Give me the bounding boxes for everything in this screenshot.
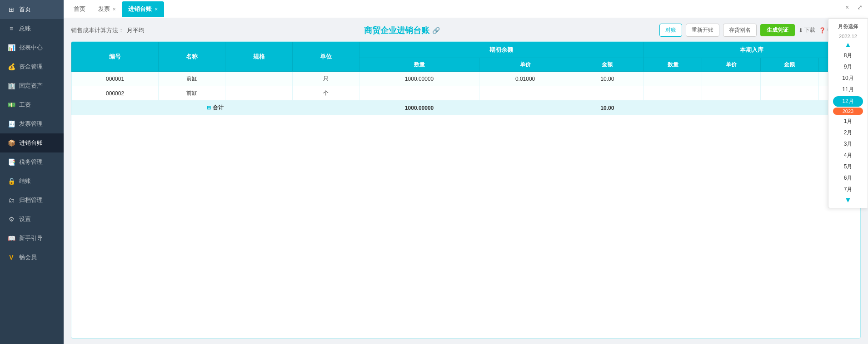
total-opening-qty: 1000.00000 bbox=[359, 101, 479, 115]
sidebar-item-label: 进销台账 bbox=[19, 139, 43, 147]
total-in-qty bbox=[644, 101, 702, 115]
tab-invoice-close[interactable]: × bbox=[113, 6, 115, 12]
month-5[interactable]: 5月 bbox=[828, 161, 868, 172]
sidebar-item-label: 首页 bbox=[19, 5, 31, 14]
vip-icon: V bbox=[7, 254, 15, 261]
tab-invoice[interactable]: 发票 × bbox=[92, 1, 122, 17]
month-9[interactable]: 9月 bbox=[828, 61, 868, 73]
inventory-icon: 📦 bbox=[7, 139, 15, 147]
month-nav-up[interactable]: ▲ bbox=[828, 40, 868, 50]
total-label-text: 合计 bbox=[213, 104, 224, 112]
sidebar-item-label: 新手引导 bbox=[19, 234, 43, 242]
cost-method: 销售成本计算方法： 月平均 bbox=[71, 26, 145, 34]
col-spec-header: 规格 bbox=[225, 42, 292, 72]
row1-opening-price: 0.01000 bbox=[479, 72, 571, 86]
table-row[interactable]: 000002 前缸 个 bbox=[72, 86, 860, 101]
sidebar-item-vip[interactable]: V 畅会员 bbox=[0, 248, 64, 267]
archive-icon: 🗂 bbox=[7, 197, 15, 204]
sidebar-item-invoice-mgmt[interactable]: 🧾 发票管理 bbox=[0, 114, 64, 133]
main-area: 首页 发票 × 进销台账 × × ⤢ 销售成本计算方法： 月平均 商贸企业进销台… bbox=[64, 0, 868, 344]
sidebar-item-inventory[interactable]: 📦 进销台账 bbox=[0, 133, 64, 152]
inventory-table: 编号 名称 规格 单位 期初余额 本期入库 数量 单价 金额 数量 单价 金额 bbox=[71, 42, 860, 115]
sidebar-item-label: 税务管理 bbox=[19, 158, 43, 166]
reports-icon: 📊 bbox=[7, 44, 15, 51]
save-name-button[interactable]: 存货别名 bbox=[723, 24, 757, 37]
tab-bar: 首页 发票 × 进销台账 × × ⤢ bbox=[64, 0, 868, 18]
month-2[interactable]: 2月 bbox=[828, 127, 868, 138]
row1-spec bbox=[225, 72, 292, 86]
row2-opening-price bbox=[479, 86, 571, 101]
tax-icon: 📑 bbox=[7, 158, 15, 166]
tab-inventory[interactable]: 进销台账 × bbox=[122, 1, 164, 17]
tab-home[interactable]: 首页 bbox=[67, 1, 92, 17]
row1-name: 前缸 bbox=[159, 72, 225, 86]
total-label-cell: ⊞ 合计 bbox=[72, 101, 359, 115]
sidebar-item-payroll[interactable]: 💵 工资 bbox=[0, 95, 64, 114]
generate-voucher-button[interactable]: 生成凭证 bbox=[760, 24, 795, 36]
content-area: 销售成本计算方法： 月平均 商贸企业进销台账 🔗 对账 重新开账 存货别名 生成… bbox=[64, 18, 868, 344]
sidebar-item-label: 畅会员 bbox=[19, 253, 37, 261]
sidebar-item-settings[interactable]: ⚙ 设置 bbox=[0, 210, 64, 229]
in-price-header: 单价 bbox=[702, 58, 760, 72]
guide-icon: 📖 bbox=[7, 235, 15, 242]
download-link[interactable]: ⬇ 下载 bbox=[798, 26, 815, 34]
month-10[interactable]: 10月 bbox=[828, 73, 868, 84]
page-title: 商贸企业进销台账 🔗 bbox=[364, 25, 440, 36]
maximize-window-button[interactable]: ⤢ bbox=[855, 3, 864, 12]
reconcile-button[interactable]: 对账 bbox=[659, 24, 682, 37]
month-12[interactable]: 12月 bbox=[833, 96, 863, 107]
row2-name: 前缸 bbox=[159, 86, 225, 101]
month-1[interactable]: 1月 bbox=[828, 116, 868, 127]
close-window-button[interactable]: × bbox=[843, 3, 852, 12]
sidebar-item-guide[interactable]: 📖 新手引导 bbox=[0, 229, 64, 248]
col-unit-header: 单位 bbox=[292, 42, 359, 72]
sidebar-item-tax[interactable]: 📑 税务管理 bbox=[0, 152, 64, 172]
funds-icon: 💰 bbox=[7, 63, 15, 70]
sidebar-item-funds[interactable]: 💰 资金管理 bbox=[0, 57, 64, 76]
sidebar-item-label: 报表中心 bbox=[19, 44, 43, 52]
sidebar-item-archive[interactable]: 🗂 归档管理 bbox=[0, 191, 64, 210]
row2-opening-amount bbox=[571, 86, 644, 101]
month-3[interactable]: 3月 bbox=[828, 138, 868, 150]
tab-inventory-close[interactable]: × bbox=[155, 6, 157, 12]
total-in-amount bbox=[760, 101, 818, 115]
month-nav-down[interactable]: ▼ bbox=[828, 195, 868, 205]
tab-invoice-label: 发票 bbox=[98, 5, 110, 13]
opening-price-header: 单价 bbox=[479, 58, 571, 72]
invoice-icon: 🧾 bbox=[7, 120, 15, 128]
sidebar-item-label: 资金管理 bbox=[19, 63, 43, 71]
month-4[interactable]: 4月 bbox=[828, 150, 868, 161]
sidebar-item-home[interactable]: ⊞ 首页 bbox=[0, 0, 64, 19]
sidebar-item-close[interactable]: 🔒 结账 bbox=[0, 172, 64, 191]
sidebar-item-label: 归档管理 bbox=[19, 196, 43, 204]
sidebar-item-fixed-assets[interactable]: 🏢 固定资产 bbox=[0, 76, 64, 95]
ledger-icon: ≡ bbox=[7, 25, 15, 32]
home-icon: ⊞ bbox=[7, 6, 15, 13]
assets-icon: 🏢 bbox=[7, 82, 15, 89]
title-info-icon[interactable]: 🔗 bbox=[432, 27, 440, 34]
sidebar-item-reports[interactable]: 📊 报表中心 bbox=[0, 38, 64, 57]
row2-in-price bbox=[702, 86, 760, 101]
month-11[interactable]: 11月 bbox=[828, 84, 868, 95]
month-panel-title: 月份选择 bbox=[828, 21, 868, 33]
row2-in-amount bbox=[760, 86, 818, 101]
total-opening-price bbox=[479, 101, 571, 115]
payroll-icon: 💵 bbox=[7, 101, 15, 108]
sidebar-item-general-ledger[interactable]: ≡ 总账 bbox=[0, 19, 64, 38]
table-row[interactable]: 000001 前缸 只 1000.00000 0.01000 10.00 bbox=[72, 72, 860, 86]
sidebar-item-label: 结账 bbox=[19, 177, 31, 185]
opening-qty-header: 数量 bbox=[359, 58, 479, 72]
row2-spec bbox=[225, 86, 292, 101]
close-account-icon: 🔒 bbox=[7, 177, 15, 185]
row1-in-qty bbox=[644, 72, 702, 86]
window-controls: × ⤢ bbox=[843, 3, 864, 12]
month-7[interactable]: 7月 bbox=[828, 184, 868, 195]
month-8[interactable]: 8月 bbox=[828, 50, 868, 61]
reopen-button[interactable]: 重新开账 bbox=[686, 24, 719, 37]
in-qty-header: 数量 bbox=[644, 58, 702, 72]
row1-in-price bbox=[702, 72, 760, 86]
month-6[interactable]: 6月 bbox=[828, 172, 868, 184]
settings-icon: ⚙ bbox=[7, 216, 15, 223]
month-selector-panel: 月份选择 2022.12 ▲ 8月 9月 10月 11月 12月 2023 1月… bbox=[828, 18, 868, 208]
row2-unit: 个 bbox=[292, 86, 359, 101]
